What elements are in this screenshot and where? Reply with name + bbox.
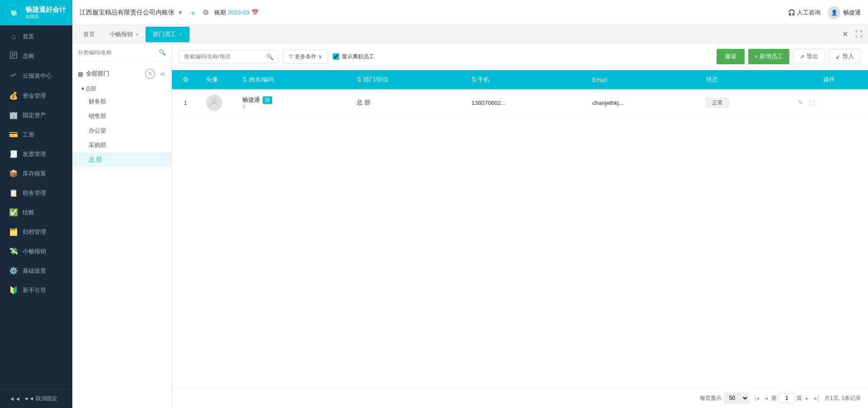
- last-page-button[interactable]: ▸|: [812, 394, 821, 403]
- all-dept-label: 全部部门: [86, 70, 109, 78]
- search-icon[interactable]: 🔍: [159, 49, 166, 56]
- dept-group-general: ▾ 总部: [72, 82, 171, 95]
- column-settings-icon[interactable]: ⚙: [183, 76, 189, 83]
- tab-label: 首页: [83, 30, 95, 38]
- dept-edit-button[interactable]: ✎: [145, 69, 155, 79]
- row-avatar: [199, 89, 235, 117]
- dept-search-input[interactable]: [78, 49, 156, 56]
- sidebar-item-label: 库存核算: [23, 170, 46, 178]
- avatar: 👤: [828, 6, 840, 19]
- row-phone: 138070602...: [464, 89, 585, 117]
- sidebar-item-label: 云报表中心: [23, 72, 52, 80]
- dept-item-office[interactable]: 办公室: [72, 123, 171, 138]
- dept-item-purchase[interactable]: 采购部: [72, 138, 171, 152]
- salary-icon: 💳: [9, 130, 18, 139]
- employee-table-container: ⚙ 头像 ⇅ 姓名/编码 ⇅ 部门/职位: [172, 70, 868, 388]
- prev-page-button[interactable]: ◂: [763, 394, 769, 403]
- total-info: 共1页, 1条记录: [825, 394, 861, 402]
- sidebar-item-checkout[interactable]: ✅ 结账: [0, 203, 72, 222]
- assets-icon: 🏢: [9, 111, 18, 119]
- th-dept[interactable]: ⇅ 部门/职位: [349, 70, 464, 89]
- consult-button[interactable]: 🎧 人工咨询: [788, 9, 821, 17]
- tab-home[interactable]: 首页: [76, 27, 102, 42]
- svg-text:畅: 畅: [11, 9, 17, 16]
- archive-icon: 🗂️: [9, 228, 18, 236]
- sidebar-item-expense[interactable]: 💸 小畅报销: [0, 242, 72, 261]
- show-resigned-input[interactable]: [333, 53, 339, 60]
- sidebar-item-tax[interactable]: 📋 税务管理: [0, 183, 72, 203]
- th-name[interactable]: ⇅ 姓名/编码: [235, 70, 349, 89]
- sidebar-item-guide[interactable]: 🔰 新手引导: [0, 280, 72, 300]
- th-settings[interactable]: ⚙: [172, 70, 199, 89]
- tab-close-icon[interactable]: ×: [179, 32, 182, 37]
- export-button[interactable]: ↗ 导出: [793, 49, 825, 64]
- import-button[interactable]: ↙ 导入: [829, 49, 861, 64]
- sidebar-item-ledger[interactable]: 总账: [0, 46, 72, 66]
- sidebar-item-home[interactable]: ⌂ 首页: [0, 27, 72, 46]
- topbar-settings-icon[interactable]: ⚙: [203, 8, 209, 17]
- collapse-icon[interactable]: ≪: [160, 71, 166, 77]
- consult-label: 人工咨询: [797, 9, 821, 17]
- add-employee-button[interactable]: + 新增员工: [748, 49, 789, 64]
- logout-icon[interactable]: ⬚: [809, 99, 815, 106]
- next-page-button[interactable]: ▸: [804, 394, 811, 403]
- sidebar-item-label: 工资: [23, 131, 34, 139]
- all-dept-item[interactable]: ▦ 全部部门 ✎ ≪: [72, 65, 171, 82]
- company-name[interactable]: 江西服宝精品有限责任公司内账张 ▼: [80, 9, 184, 17]
- dropdown-icon[interactable]: ▼: [177, 9, 184, 16]
- employee-code: 0: [242, 104, 342, 109]
- search-icon[interactable]: 🔍: [266, 53, 274, 60]
- row-index: 1: [172, 89, 199, 117]
- settings-icon: ⚙️: [9, 266, 18, 275]
- sidebar-item-funds[interactable]: 💰 资金管理: [0, 86, 72, 105]
- dept-item-sales[interactable]: 销售部: [72, 109, 171, 123]
- expand-tab-button[interactable]: ⛶: [854, 28, 864, 40]
- inventory-icon: 📦: [9, 169, 18, 178]
- unpin-label: ◄◄ 取消固定: [24, 395, 57, 403]
- checkout-icon: ✅: [9, 208, 18, 217]
- right-panel: 🔍 ▽ 更多条件 ∨ 显示离职员工 邀请 + 新增员工 ↗ 导出: [172, 43, 868, 408]
- sidebar-item-assets[interactable]: 🏢 固定资产: [0, 105, 72, 125]
- first-page-button[interactable]: |◂: [753, 394, 761, 403]
- dept-item-general[interactable]: 总 部: [72, 152, 171, 167]
- tab-dept-emp[interactable]: 部门员工 ×: [146, 27, 189, 42]
- app-logo: 畅: [5, 5, 22, 21]
- th-avatar: 头像: [199, 70, 235, 89]
- show-resigned-label: 显示离职员工: [342, 53, 374, 61]
- sidebar-nav: ⌂ 首页 总账 云报表中心 💰 资金管理 🏢 固定资产 💳 工资: [0, 25, 72, 389]
- sidebar-item-settings[interactable]: ⚙️ 基础设置: [0, 261, 72, 280]
- close-tab-button[interactable]: ✕: [840, 28, 850, 40]
- calendar-icon[interactable]: 📅: [251, 9, 259, 16]
- add-company-icon[interactable]: ＋: [189, 7, 197, 18]
- sidebar-item-archive[interactable]: 🗂️ 归档管理: [0, 222, 72, 242]
- user-name: 畅捷通: [843, 9, 861, 17]
- topbar-right: 🎧 人工咨询 👤 畅捷通: [788, 6, 861, 19]
- th-email: Email: [585, 70, 698, 89]
- pagination: 每页显示 50 100 200 |◂ ◂ 第 页 ▸ ▸| 共1页, 1: [172, 388, 868, 408]
- sidebar-item-salary[interactable]: 💳 工资: [0, 125, 72, 144]
- tab-close-icon[interactable]: ×: [136, 32, 138, 37]
- headphone-icon: 🎧: [788, 9, 795, 16]
- content-area: 🔍 ▦ 全部部门 ✎ ≪ ▾ 总部 财务部 销售部 办公室 采购部 总 部: [72, 43, 868, 408]
- sidebar-item-label: 税务管理: [23, 189, 46, 197]
- show-resigned-checkbox[interactable]: 显示离职员工: [333, 53, 374, 61]
- invite-button[interactable]: 邀请: [717, 49, 745, 64]
- filter-button[interactable]: ▽ 更多条件 ∨: [283, 50, 328, 64]
- user-menu[interactable]: 👤 畅捷通: [828, 6, 861, 19]
- sidebar-item-label: 新手引导: [23, 286, 46, 294]
- sidebar-item-invoice[interactable]: 🧾 发票管理: [0, 144, 72, 164]
- th-phone[interactable]: ⇅ 手机: [464, 70, 585, 89]
- sidebar-item-inventory[interactable]: 📦 库存核算: [0, 164, 72, 183]
- sidebar-item-reports[interactable]: 云报表中心: [0, 66, 72, 86]
- dept-item-finance[interactable]: 财务部: [72, 95, 171, 109]
- per-page-select[interactable]: 50 100 200: [724, 393, 749, 403]
- row-email: chanjethkj...: [585, 89, 698, 117]
- sidebar-item-label: 固定资产: [23, 111, 46, 119]
- employee-search-input[interactable]: [184, 53, 264, 60]
- edit-icon[interactable]: ✎: [798, 99, 803, 106]
- sidebar-unpin[interactable]: ◄◄ ◄◄ 取消固定: [0, 389, 72, 408]
- table-row: 1: [172, 89, 868, 117]
- page-input[interactable]: [778, 393, 795, 403]
- tab-expense[interactable]: 小畅报销 ×: [102, 27, 146, 42]
- page-label: 页: [797, 394, 802, 402]
